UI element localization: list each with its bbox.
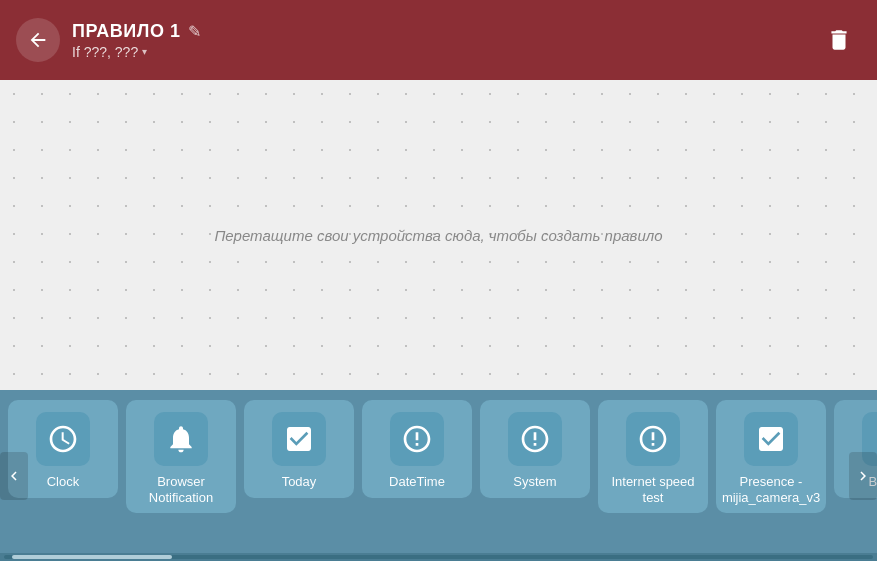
- device-label-today: Today: [282, 474, 317, 490]
- device-label-system: System: [513, 474, 556, 490]
- edit-icon[interactable]: ✎: [188, 22, 201, 41]
- back-button[interactable]: [16, 18, 60, 62]
- scrollbar-track: [4, 555, 873, 559]
- device-label-clock: Clock: [47, 474, 80, 490]
- device-label-presence-mijia: Presence - mijia_camera_v3: [722, 474, 820, 505]
- rule-subtitle[interactable]: If ???, ??? ▾: [72, 44, 817, 60]
- device-card-internet-speed-test[interactable]: Internet speed test: [598, 400, 708, 513]
- delete-button[interactable]: [817, 18, 861, 62]
- device-label-datetime: DateTime: [389, 474, 445, 490]
- system-icon: [508, 412, 562, 466]
- device-label-browser-notification: Browser Notification: [134, 474, 228, 505]
- bottom-scrollbar[interactable]: [0, 553, 877, 561]
- device-card-presence-mijia[interactable]: Presence - mijia_camera_v3: [716, 400, 826, 513]
- header: ПРАВИЛО 1 ✎ If ???, ??? ▾: [0, 0, 877, 80]
- device-card-system[interactable]: System: [480, 400, 590, 498]
- scrollbar-thumb: [12, 555, 172, 559]
- drop-hint-text: Перетащите свои устройства сюда, чтобы с…: [214, 227, 662, 244]
- speed-icon: [626, 412, 680, 466]
- datetime-icon: [390, 412, 444, 466]
- devices-row[interactable]: Clock Browser Notification Today DateTim…: [0, 390, 877, 530]
- rule-title: ПРАВИЛО 1: [72, 21, 180, 42]
- nav-left-arrow[interactable]: [0, 452, 28, 500]
- bottom-panel: Clock Browser Notification Today DateTim…: [0, 390, 877, 561]
- device-card-datetime[interactable]: DateTime: [362, 400, 472, 498]
- clock-icon: [36, 412, 90, 466]
- drop-area[interactable]: Перетащите свои устройства сюда, чтобы с…: [0, 80, 877, 390]
- device-card-today[interactable]: Today: [244, 400, 354, 498]
- bell-icon: [154, 412, 208, 466]
- device-label-internet-speed-test: Internet speed test: [606, 474, 700, 505]
- rule-title-row: ПРАВИЛО 1 ✎: [72, 21, 817, 42]
- nav-right-arrow[interactable]: [849, 452, 877, 500]
- presence-icon: [744, 412, 798, 466]
- device-card-browser-notification[interactable]: Browser Notification: [126, 400, 236, 513]
- chevron-down-icon: ▾: [142, 46, 147, 57]
- rule-subtitle-text: If ???, ???: [72, 44, 138, 60]
- header-title-group: ПРАВИЛО 1 ✎ If ???, ??? ▾: [72, 21, 817, 60]
- check-square-icon: [272, 412, 326, 466]
